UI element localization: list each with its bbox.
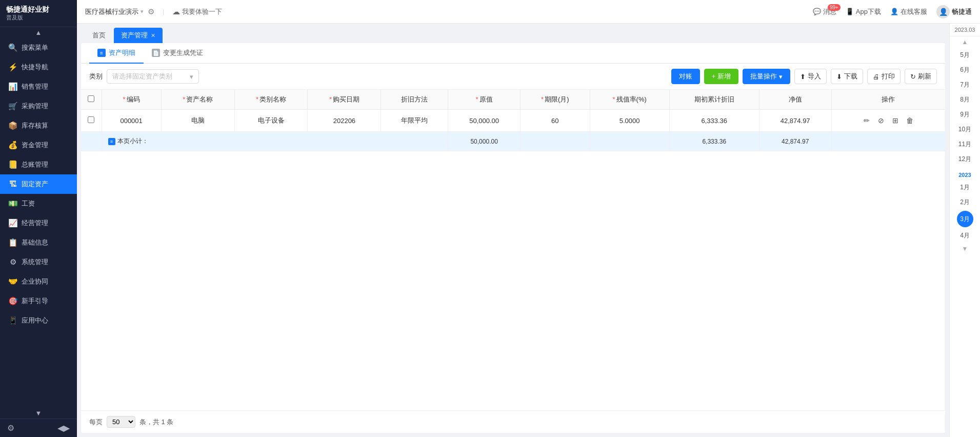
- th-net-value: 净值: [759, 90, 831, 110]
- sidebar-item-label: 销售管理: [22, 82, 48, 91]
- enterprise-icon: 🤝: [8, 277, 17, 286]
- funds-icon: 💰: [8, 141, 17, 150]
- sidebar-item-label: 应用中心: [22, 316, 48, 325]
- sidebar-scroll-down[interactable]: ▼: [0, 408, 77, 419]
- right-sidebar: 2023.03 ▲ 5月 6月 7月 8月 9月 10月 11月 12月 202…: [949, 24, 980, 437]
- basic-info-icon: 📋: [8, 238, 17, 247]
- app-download-btn[interactable]: 📱 App下载: [846, 7, 881, 16]
- th-original-value: *原值: [448, 90, 521, 110]
- rs-up-arrow[interactable]: ▲: [962, 36, 968, 48]
- company-name: 医疗器械行业演示: [85, 7, 138, 16]
- sidebar-item-apps[interactable]: 📱 应用中心: [0, 311, 77, 330]
- settings-gear-icon[interactable]: ⚙: [148, 7, 154, 16]
- sidebar-item-fixed-assets[interactable]: 🏗 固定资产: [0, 174, 77, 194]
- rs-month-9[interactable]: 9月: [950, 107, 980, 122]
- tab-close-icon[interactable]: ✕: [151, 32, 155, 39]
- subtotal-period: [521, 132, 590, 151]
- rs-month-6[interactable]: 6月: [950, 63, 980, 77]
- collapse-icon[interactable]: ◀▶: [57, 423, 70, 433]
- download-btn[interactable]: ⬇ 下载: [831, 69, 863, 84]
- rs-down-arrow[interactable]: ▼: [962, 243, 968, 254]
- th-purchase-date: *购买日期: [308, 90, 381, 110]
- company-dropdown-icon: ▾: [141, 8, 144, 15]
- company-selector[interactable]: 医疗器械行业演示 ▾ ⚙: [85, 7, 154, 16]
- quick-nav-icon: ⚡: [8, 63, 17, 72]
- edit-icon[interactable]: ✏: [861, 115, 872, 126]
- message-btn[interactable]: 💬 消息 99+: [813, 7, 836, 16]
- sidebar-item-enterprise[interactable]: 🤝 企业协同: [0, 272, 77, 291]
- row-checkbox[interactable]: [88, 116, 94, 123]
- sales-icon: 📊: [8, 82, 17, 91]
- tab-asset-detail[interactable]: ≡ 资产明细: [89, 43, 144, 64]
- tab-change-voucher[interactable]: 📄 变更生成凭证: [144, 43, 211, 64]
- search-icon: 🔍: [8, 43, 17, 52]
- sidebar-item-label: 搜索菜单: [22, 43, 48, 52]
- tab-home[interactable]: 首页: [85, 28, 113, 43]
- th-category: *类别名称: [234, 90, 308, 110]
- message-badge: 99+: [828, 4, 841, 11]
- sidebar-item-basic-info[interactable]: 📋 基础信息: [0, 233, 77, 252]
- print-btn[interactable]: 🖨 打印: [867, 69, 901, 84]
- sidebar-item-label: 企业协同: [22, 277, 48, 286]
- rs-month-7[interactable]: 7月: [950, 77, 980, 92]
- sidebar-item-guide[interactable]: 🎯 新手引导: [0, 291, 77, 311]
- sidebar-item-inventory[interactable]: 📦 库存核算: [0, 116, 77, 135]
- th-init-accum-dep: 期初累计折旧: [669, 90, 759, 110]
- rs-month-1[interactable]: 1月: [950, 180, 980, 195]
- sidebar-item-funds[interactable]: 💰 资金管理: [0, 135, 77, 155]
- app-name: 畅捷通好业财: [6, 5, 49, 14]
- rs-month-8[interactable]: 8月: [950, 92, 980, 107]
- sidebar-item-ledger[interactable]: 📒 总账管理: [0, 155, 77, 174]
- avatar: 👤: [936, 5, 950, 18]
- rs-month-5[interactable]: 5月: [950, 48, 980, 63]
- sidebar-item-operations[interactable]: 📈 经营管理: [0, 213, 77, 233]
- disable-icon[interactable]: ⊘: [875, 115, 887, 126]
- rs-month-2[interactable]: 2月: [950, 195, 980, 210]
- category-select[interactable]: 请选择固定资产类别 ▾: [107, 69, 199, 84]
- rs-month-10[interactable]: 10月: [950, 122, 980, 137]
- sidebar-item-sales[interactable]: 📊 销售管理: [0, 77, 77, 96]
- app-download-label: App下载: [856, 7, 881, 16]
- refresh-icon: ↻: [910, 73, 916, 81]
- settings-icon[interactable]: ⚙: [7, 423, 14, 433]
- import-btn[interactable]: ⬆ 导入: [794, 69, 827, 84]
- reconcile-btn[interactable]: 对账: [671, 69, 700, 84]
- copy-icon[interactable]: ⊞: [890, 115, 901, 126]
- rs-prev-months: 5月 6月 7月 8月 9月 10月 11月 12月: [950, 48, 980, 167]
- refresh-btn[interactable]: ↻ 刷新: [905, 69, 937, 84]
- sidebar-item-label: 新手引导: [22, 296, 48, 306]
- rs-month-11[interactable]: 11月: [950, 137, 980, 152]
- rs-current-months: 1月 2月 3月 4月: [950, 180, 980, 243]
- asset-table: *编码 *资产名称 *类别名称 *购买日期 折旧方法 *原值 *期限(月) *残…: [81, 90, 945, 151]
- action-icons: ✏ ⊘ ⊞ 🗑: [838, 115, 939, 126]
- sidebar-scroll-up[interactable]: ▲: [0, 27, 77, 38]
- user-menu[interactable]: 👤 畅捷通: [936, 5, 972, 18]
- cell-net-value: 42,874.97: [759, 110, 831, 132]
- tab-asset-management[interactable]: 资产管理 ✕: [114, 28, 163, 43]
- rs-month-3-current[interactable]: 3月: [957, 211, 973, 227]
- sidebar-item-system[interactable]: ⚙ 系统管理: [0, 252, 77, 272]
- sidebar-item-purchase[interactable]: 🛒 采购管理: [0, 96, 77, 116]
- import-icon: ⬆: [800, 73, 806, 81]
- asset-detail-tab-icon: ≡: [97, 49, 106, 57]
- import-label: 导入: [808, 72, 821, 81]
- cell-period: 60: [521, 110, 590, 132]
- select-all-checkbox[interactable]: [88, 95, 94, 102]
- experience-btn[interactable]: ☁ 我要体验一下: [172, 7, 222, 16]
- sidebar-item-quick-nav[interactable]: ⚡ 快捷导航: [0, 57, 77, 77]
- delete-icon[interactable]: 🗑: [904, 115, 915, 126]
- sidebar-item-search[interactable]: 🔍 搜索菜单: [0, 38, 77, 57]
- new-btn[interactable]: + 新增: [704, 69, 738, 84]
- per-page-select[interactable]: 50 10 20 100: [107, 416, 135, 428]
- change-voucher-tab-icon: 📄: [152, 49, 160, 57]
- sidebar-item-label: 资金管理: [22, 141, 48, 150]
- batch-btn[interactable]: 批量操作 ▾: [743, 69, 790, 84]
- rs-month-4[interactable]: 4月: [950, 228, 980, 243]
- th-name: *资产名称: [161, 90, 234, 110]
- rs-month-12[interactable]: 12月: [950, 152, 980, 167]
- category-filter: 类别 请选择固定资产类别 ▾: [89, 69, 199, 84]
- sub-tabs: ≡ 资产明细 📄 变更生成凭证: [81, 43, 945, 64]
- cell-init-accum-dep: 6,333.36: [669, 110, 759, 132]
- sidebar-item-payroll[interactable]: 💵 工资: [0, 194, 77, 213]
- online-service-btn[interactable]: 👤 在线客服: [890, 7, 927, 16]
